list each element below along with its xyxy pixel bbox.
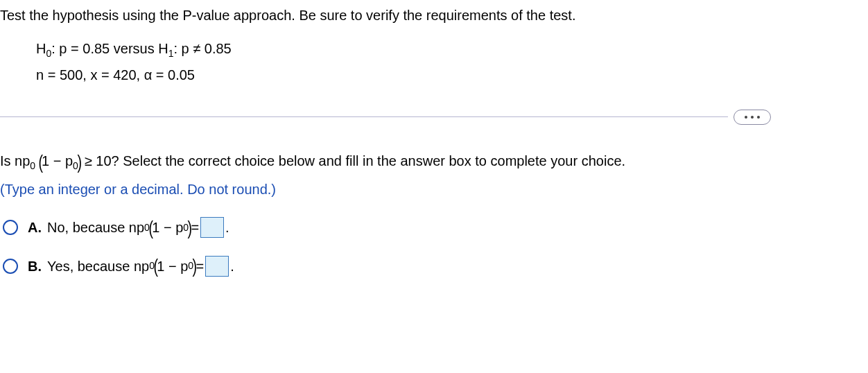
choice-b: B. Yes, because np0 (1 − p0) = . <box>3 252 865 279</box>
choice-b-text: Yes, because np0 (1 − p0) = . <box>47 252 234 279</box>
instruction-text: Test the hypothesis using the P-value ap… <box>0 6 868 25</box>
hypothesis-line-2: n = 500, x = 420, α = 0.05 <box>36 65 868 85</box>
choice-a: A. No, because np0 (1 − p0) = . <box>3 214 865 241</box>
choice-a-letter: A. <box>28 218 47 237</box>
separator-line <box>0 116 728 117</box>
answer-box-b[interactable] <box>205 256 229 277</box>
radio-a[interactable] <box>3 220 18 235</box>
question-hint: (Type an integer or a decimal. Do not ro… <box>0 180 865 199</box>
question-text: Is np0 (1 − p0) ≥ 10? Select the correct… <box>0 148 865 175</box>
hypothesis-line-1: H0: p = 0.85 versus H1: p ≠ 0.85 <box>36 39 868 61</box>
answer-box-a[interactable] <box>200 217 224 238</box>
radio-b[interactable] <box>3 259 18 274</box>
ellipsis-icon <box>745 116 760 119</box>
separator-row <box>0 110 868 125</box>
choice-b-letter: B. <box>28 257 47 276</box>
hypotheses-block: H0: p = 0.85 versus H1: p ≠ 0.85 n = 500… <box>0 39 868 85</box>
question-block: Is np0 (1 − p0) ≥ 10? Select the correct… <box>0 148 868 280</box>
choice-a-text: No, because np0 (1 − p0) = . <box>47 214 229 241</box>
choices-list: A. No, because np0 (1 − p0) = . B. Yes, … <box>0 214 865 279</box>
more-button[interactable] <box>734 110 771 125</box>
